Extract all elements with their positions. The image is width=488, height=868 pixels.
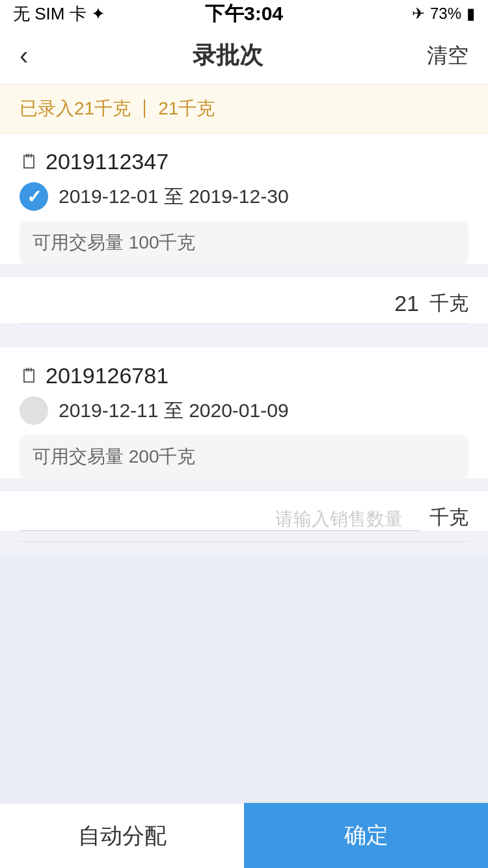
recorded-label: 已录入21千克 — [20, 96, 131, 121]
page-title: 录批次 — [193, 40, 263, 72]
battery-text: 73% — [430, 5, 461, 23]
clear-button[interactable]: 清空 — [427, 42, 468, 70]
batch2-qty-input[interactable] — [204, 505, 413, 530]
batch1-date: 2019-12-01 至 2019-12-30 — [59, 183, 289, 210]
info-banner: 已录入21千克 21千克 — [0, 85, 488, 133]
batch2-header: 🗒 2019126781 — [20, 363, 468, 388]
batch2-qty-input-wrapper — [20, 505, 419, 531]
batch2-date-row[interactable]: 2019-12-11 至 2020-01-09 — [20, 396, 468, 425]
batch-card-2: 🗒 2019126781 2019-12-11 至 2020-01-09 可用交… — [0, 347, 488, 478]
auto-distribute-button[interactable]: 自动分配 — [0, 803, 244, 868]
location-icon: ✈ — [412, 5, 425, 23]
banner-divider — [144, 100, 145, 118]
batch1-available: 可用交易量 100千克 — [20, 221, 468, 264]
batch2-qty-unit: 千克 — [429, 504, 468, 531]
batch1-header: 🗒 2019112347 — [20, 149, 468, 174]
batch1-date-row[interactable]: ✓ 2019-12-01 至 2019-12-30 — [20, 182, 468, 211]
batch2-qty-row: 千克 — [0, 491, 488, 531]
nav-bar: ‹ 录批次 清空 — [0, 27, 488, 85]
confirm-button[interactable]: 确定 — [244, 803, 488, 868]
batch1-qty-divider — [20, 323, 468, 324]
status-left: 无 SIM 卡 ✦ — [13, 3, 105, 25]
back-button[interactable]: ‹ — [20, 41, 28, 70]
status-right: ✈ 73% ▮ — [412, 5, 475, 23]
batch1-qty-row: 21 千克 — [0, 277, 488, 323]
batch1-icon: 🗒 — [20, 151, 39, 173]
batch1-id: 2019112347 — [46, 149, 169, 174]
check-icon: ✓ — [27, 186, 42, 208]
bottom-bar: 自动分配 确定 — [0, 803, 488, 868]
status-bar: 无 SIM 卡 ✦ 下午3:04 ✈ 73% ▮ — [0, 0, 488, 27]
batch1-radio[interactable]: ✓ — [20, 182, 48, 211]
batch2-available: 可用交易量 200千克 — [20, 435, 468, 478]
batch2-date: 2019-12-11 至 2020-01-09 — [59, 398, 289, 424]
recorded-value: 21千克 — [158, 96, 215, 121]
section-divider — [0, 337, 488, 347]
no-sim-text: 无 SIM 卡 ✦ — [13, 3, 105, 25]
status-time: 下午3:04 — [205, 1, 283, 27]
batch2-qty-divider — [20, 541, 468, 542]
battery-icon: ▮ — [467, 5, 475, 23]
batch1-qty-value: 21 — [394, 291, 419, 316]
batch2-radio[interactable] — [20, 396, 48, 425]
batch2-icon: 🗒 — [20, 365, 39, 387]
batch2-id: 2019126781 — [46, 363, 169, 388]
batch1-qty-unit: 千克 — [429, 290, 468, 317]
batch-card-1: 🗒 2019112347 ✓ 2019-12-01 至 2019-12-30 可… — [0, 133, 488, 264]
